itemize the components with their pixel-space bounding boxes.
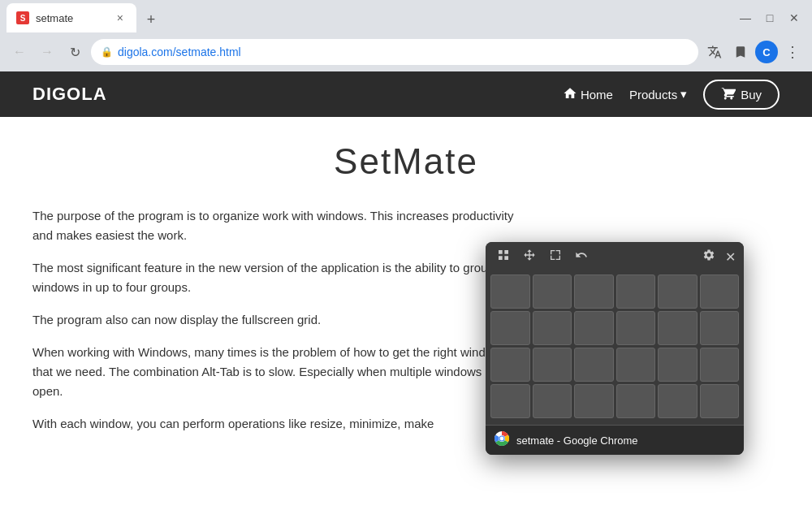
close-button[interactable]: ✕ xyxy=(783,6,806,29)
grid-cell[interactable] xyxy=(700,311,740,345)
cart-icon xyxy=(721,86,736,103)
grid-cell[interactable] xyxy=(490,311,530,345)
tab-favicon: S xyxy=(16,11,29,24)
popup-grid-icon[interactable] xyxy=(494,247,513,266)
browser-tab[interactable]: S setmate × xyxy=(6,3,136,32)
grid-cell[interactable] xyxy=(658,384,698,418)
site-navigation: DIGOLA Home Products ▾ Buy xyxy=(0,71,812,117)
grid-cell[interactable] xyxy=(658,274,698,309)
grid-cell[interactable] xyxy=(616,384,656,418)
grid-cell[interactable] xyxy=(574,384,614,418)
grid-cell[interactable] xyxy=(700,274,740,309)
grid-cell[interactable] xyxy=(574,311,614,345)
tab-title: setmate xyxy=(36,12,73,24)
popup-settings-icon[interactable] xyxy=(699,247,719,266)
popup-resize-icon[interactable] xyxy=(546,247,565,266)
grid-cell[interactable] xyxy=(658,348,698,382)
maximize-button[interactable]: □ xyxy=(758,6,781,29)
bookmark-icon[interactable] xyxy=(729,41,752,63)
url-bar[interactable]: 🔒 digola.com/setmate.html xyxy=(91,39,698,65)
popup-toolbar: ✕ xyxy=(486,242,744,271)
popup-grid xyxy=(486,271,744,425)
grid-cell[interactable] xyxy=(533,384,572,418)
svg-text:S: S xyxy=(20,14,26,23)
paragraph-5: With each window, you can perform operat… xyxy=(32,414,520,434)
paragraph-3: The program also can now display the ful… xyxy=(32,310,520,330)
grid-cell[interactable] xyxy=(490,348,530,382)
buy-button[interactable]: Buy xyxy=(703,80,780,110)
paragraph-2: The most significant feature in the new … xyxy=(32,258,520,297)
grid-cell[interactable] xyxy=(616,274,656,309)
setmate-popup: ✕ setmate - Google Chrome xyxy=(486,242,744,455)
paragraph-1: The purpose of the program is to organiz… xyxy=(32,206,520,245)
grid-cell[interactable] xyxy=(700,384,740,418)
translate-icon[interactable] xyxy=(703,41,726,63)
products-dropdown-icon: ▾ xyxy=(680,87,687,102)
webpage-content: DIGOLA Home Products ▾ Buy SetMate The p xyxy=(0,71,812,510)
url-text: digola.com/setmate.html xyxy=(118,45,689,58)
paragraph-4: When working with Windows, many times is… xyxy=(32,343,520,401)
menu-icon[interactable]: ⋮ xyxy=(781,41,804,63)
address-bar-row: ← → ↻ 🔒 digola.com/setmate.html C ⋮ xyxy=(0,32,812,71)
grid-cell[interactable] xyxy=(700,348,740,382)
lock-icon: 🔒 xyxy=(101,46,113,58)
grid-cell[interactable] xyxy=(533,311,572,345)
new-tab-button[interactable]: + xyxy=(140,8,162,31)
forward-button[interactable]: → xyxy=(36,41,58,63)
popup-close-button[interactable]: ✕ xyxy=(725,249,736,265)
grid-cell[interactable] xyxy=(616,348,656,382)
nav-links: Home Products ▾ Buy xyxy=(563,80,780,110)
grid-cell[interactable] xyxy=(533,274,572,309)
grid-cell[interactable] xyxy=(658,311,698,345)
profile-avatar[interactable]: C xyxy=(755,41,778,63)
svg-point-5 xyxy=(500,437,504,441)
footer-app-name: setmate - Google Chrome xyxy=(516,434,638,447)
grid-cell[interactable] xyxy=(574,348,614,382)
home-icon xyxy=(563,86,577,103)
grid-cell[interactable] xyxy=(533,348,572,382)
page-title: SetMate xyxy=(32,141,780,182)
popup-footer: setmate - Google Chrome xyxy=(486,425,744,455)
tab-close-btn[interactable]: × xyxy=(114,10,127,26)
popup-move-icon[interactable] xyxy=(520,247,539,266)
back-button[interactable]: ← xyxy=(8,41,31,63)
home-link[interactable]: Home xyxy=(563,86,613,103)
chrome-favicon xyxy=(494,430,510,450)
popup-undo-icon[interactable] xyxy=(572,247,591,266)
reload-button[interactable]: ↻ xyxy=(63,41,86,63)
grid-cell[interactable] xyxy=(616,311,656,345)
grid-cell[interactable] xyxy=(490,274,530,309)
grid-cell[interactable] xyxy=(490,384,530,418)
site-logo: DIGOLA xyxy=(32,84,107,105)
minimize-button[interactable]: — xyxy=(734,6,757,29)
toolbar-icons: C ⋮ xyxy=(703,41,804,63)
products-link[interactable]: Products ▾ xyxy=(629,87,687,102)
grid-cell[interactable] xyxy=(574,274,614,309)
